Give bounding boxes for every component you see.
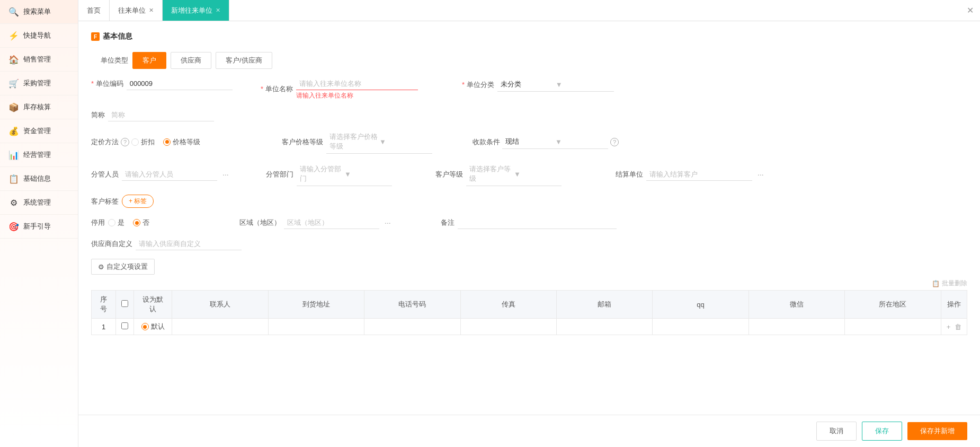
input-address[interactable]	[274, 323, 359, 331]
unit-type-supplier[interactable]: 供应商	[171, 52, 211, 69]
tab-home[interactable]: 首页	[78, 0, 110, 21]
close-tab-new-trading-unit[interactable]: ✕	[216, 7, 220, 14]
field-remark: 备注	[441, 216, 706, 229]
input-qq[interactable]	[658, 323, 743, 331]
label-abbr: 简称	[91, 110, 105, 120]
label-unit-code: 单位编码	[91, 79, 123, 89]
tab-trading-units[interactable]: 往来单位 ✕	[110, 0, 163, 21]
customer-level-value: 请选择客户等级	[469, 164, 514, 183]
input-unit-code[interactable]	[127, 77, 233, 90]
batch-delete-label[interactable]: 批量删除	[942, 279, 967, 288]
input-supplier-custom[interactable]	[136, 238, 242, 250]
select-department[interactable]: 请输入分管部门 ▼	[297, 162, 392, 186]
input-fax[interactable]	[466, 323, 551, 331]
cell-checkbox	[116, 319, 134, 335]
custom-settings-button[interactable]: ⚙ 自定义项设置	[91, 259, 155, 275]
manager-more-btn[interactable]: ···	[220, 170, 231, 179]
label-disabled: 停用	[91, 218, 105, 227]
tab-new-trading-unit[interactable]: 新增往来单位 ✕	[163, 0, 229, 21]
sidebar-item-operation[interactable]: 📊 经营管理	[0, 143, 78, 167]
pricing-price-level[interactable]: 价格等级	[163, 137, 200, 147]
select-all-checkbox[interactable]	[121, 300, 128, 307]
sidebar-label-operation: 经营管理	[23, 150, 51, 160]
save-and-new-button[interactable]: 保存并新增	[907, 422, 967, 440]
disabled-no-label: 否	[142, 218, 149, 227]
sidebar-item-finance[interactable]: 💰 资金管理	[0, 119, 78, 143]
select-payment-terms[interactable]: 现结 ▼	[502, 135, 608, 149]
unit-type-row: 单位类型 客户 供应商 客户/供应商	[91, 52, 967, 69]
sidebar-label-guide: 新手引导	[23, 222, 51, 231]
sidebar-item-system[interactable]: ⚙ 系统管理	[0, 191, 78, 215]
field-unit-category: 单位分类 未分类 ▼	[462, 77, 663, 92]
inventory-icon: 📦	[8, 102, 19, 112]
disabled-no[interactable]: 否	[133, 218, 149, 227]
radio-discount	[131, 138, 139, 146]
select-unit-category[interactable]: 未分类 ▼	[497, 77, 614, 92]
unit-type-both[interactable]: 客户/供应商	[216, 52, 272, 69]
cell-email	[556, 319, 652, 335]
tab-new-trading-unit-label: 新增往来单位	[171, 6, 212, 15]
cell-contact	[172, 319, 268, 335]
pricing-discount[interactable]: 折扣	[131, 137, 155, 147]
section-icon: F	[91, 32, 100, 41]
tab-home-label: 首页	[87, 6, 101, 15]
add-tag-label: + 标签	[129, 197, 147, 206]
department-dropdown-arrow: ▼	[344, 170, 389, 178]
select-customer-level[interactable]: 请选择客户等级 ▼	[466, 162, 562, 186]
sidebar-item-guide[interactable]: 🎯 新手引导	[0, 215, 78, 239]
input-manager[interactable]	[122, 168, 217, 181]
sidebar-item-quicknav[interactable]: ⚡ 快捷导航	[0, 24, 78, 48]
col-seq: 序号	[92, 291, 116, 319]
input-unit-name[interactable]	[296, 77, 418, 90]
row-checkbox[interactable]	[121, 322, 128, 329]
input-settlement-unit[interactable]	[646, 168, 752, 181]
unit-category-value: 未分类	[501, 80, 556, 89]
input-contact[interactable]	[177, 323, 262, 331]
sidebar-item-inventory[interactable]: 📦 库存核算	[0, 95, 78, 119]
input-email[interactable]	[562, 323, 647, 331]
sidebar-label-quicknav: 快捷导航	[23, 31, 51, 40]
delete-row-btn[interactable]: 🗑	[955, 323, 961, 331]
col-phone: 电话号码	[364, 291, 460, 319]
col-default: 设为默认	[134, 291, 172, 319]
region-more-btn[interactable]: ···	[382, 218, 393, 227]
close-all-tabs[interactable]: ✕	[960, 0, 980, 21]
input-remark[interactable]	[458, 216, 617, 229]
input-region[interactable]	[284, 216, 379, 229]
batch-delete-area: 📋 批量删除	[91, 279, 967, 288]
sidebar-item-purchase[interactable]: 🛒 采购管理	[0, 72, 78, 95]
sidebar-item-search[interactable]: 🔍 搜索菜单	[0, 0, 78, 24]
cancel-button[interactable]: 取消	[816, 422, 857, 441]
field-unit-code: 单位编码	[91, 77, 261, 90]
col-contact: 联系人	[172, 291, 268, 319]
payment-terms-dropdown-arrow: ▼	[555, 138, 605, 146]
close-tab-trading-units[interactable]: ✕	[149, 7, 154, 14]
payment-terms-help-icon[interactable]: ?	[610, 138, 619, 146]
input-row-region[interactable]	[850, 323, 935, 331]
save-button[interactable]: 保存	[862, 422, 902, 441]
sidebar-item-basic[interactable]: 📋 基础信息	[0, 167, 78, 191]
label-customer-level: 客户等级	[435, 170, 463, 179]
sidebar-item-sales[interactable]: 🏠 销售管理	[0, 48, 78, 72]
input-wechat[interactable]	[754, 323, 839, 331]
field-disabled: 停用 是 否	[91, 218, 239, 227]
select-customer-price-level[interactable]: 请选择客户价格等级 ▼	[326, 130, 432, 154]
row-pricing: 定价方法 ? 折扣 价格等级 客户价格等级 请选择客户价格等级	[91, 130, 967, 154]
add-row-btn[interactable]: +	[947, 323, 951, 331]
cell-fax	[460, 319, 556, 335]
disabled-yes[interactable]: 是	[108, 218, 124, 227]
field-unit-name: 单位名称 请输入往来单位名称	[261, 77, 462, 100]
sidebar-label-purchase: 采购管理	[23, 78, 51, 88]
settlement-unit-more-btn[interactable]: ···	[755, 170, 766, 179]
cell-wechat	[749, 319, 844, 335]
row-default-radio[interactable]: 默认	[139, 322, 166, 331]
field-settlement-unit: 结算单位 ···	[616, 168, 806, 181]
pricing-help-icon[interactable]: ?	[121, 138, 129, 146]
input-phone[interactable]	[370, 323, 455, 331]
input-abbr[interactable]	[108, 109, 214, 121]
guide-icon: 🎯	[8, 221, 19, 232]
add-tag-button[interactable]: + 标签	[122, 195, 154, 208]
unit-type-customer[interactable]: 客户	[132, 52, 166, 69]
purchase-icon: 🛒	[8, 78, 19, 89]
finance-icon: 💰	[8, 126, 19, 136]
